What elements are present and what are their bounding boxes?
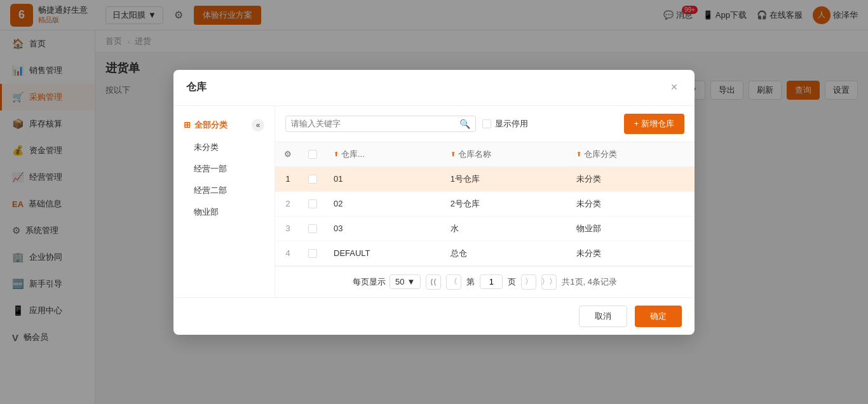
category-header-label: 全部分类	[194, 119, 227, 131]
cancel-button[interactable]: 取消	[579, 306, 627, 327]
th-checkbox	[301, 142, 326, 167]
row-name: 水	[443, 216, 569, 241]
table-header-row: ⚙ ⬆ 仓库...	[275, 142, 695, 167]
page-input[interactable]	[480, 274, 503, 289]
row-code: 02	[326, 191, 443, 216]
table-row[interactable]: 1 01 1号仓库 未分类	[275, 166, 695, 191]
category-item-dept2[interactable]: 经营二部	[173, 180, 275, 201]
show-disabled-label: 显示停用	[495, 118, 528, 130]
per-page-select[interactable]: 50 ▼	[390, 274, 421, 289]
next-page-button[interactable]: 〉	[521, 274, 536, 290]
page-label: 第	[466, 276, 475, 288]
collapse-button[interactable]: «	[252, 119, 264, 131]
row-name: 2号仓库	[443, 191, 569, 216]
row-category: 未分类	[569, 166, 695, 191]
modal-sidebar: ⊞ 全部分类 « 未分类 经营一部 经营二部 物业部	[173, 106, 275, 297]
th-category: ⬆ 仓库分类	[569, 142, 695, 167]
th-gear: ⚙	[275, 142, 301, 167]
table-row[interactable]: 2 02 2号仓库 未分类	[275, 191, 695, 216]
table-body: 1 01 1号仓库 未分类 2	[275, 166, 695, 266]
search-icon: 🔍	[459, 119, 470, 129]
prev-page-button[interactable]: 〈	[446, 274, 461, 290]
show-disabled-toggle[interactable]: 显示停用	[482, 118, 528, 130]
row-checkbox-box[interactable]	[308, 199, 317, 208]
row-code: 01	[326, 166, 443, 191]
last-page-button[interactable]: 〉〉	[541, 274, 557, 290]
per-page-label: 每页显示	[353, 276, 386, 288]
search-box: 🔍	[285, 116, 476, 132]
modal-header: 仓库 ×	[173, 70, 695, 106]
grid-icon: ⊞	[184, 120, 191, 130]
data-table: ⚙ ⬆ 仓库...	[275, 142, 695, 266]
per-page-chevron: ▼	[407, 277, 415, 286]
modal-main: 🔍 显示停用 + 新增仓库 ⚙	[275, 106, 695, 297]
confirm-button[interactable]: 确定	[635, 306, 682, 327]
warehouse-modal: 仓库 × ⊞ 全部分类 « 未分类 经营一部 经营二部 物业部	[173, 70, 695, 335]
first-page-button[interactable]: ⟨⟨	[426, 274, 441, 290]
close-button[interactable]: ×	[667, 80, 682, 95]
th-code: ⬆ 仓库...	[326, 142, 443, 167]
warehouse-table: ⚙ ⬆ 仓库...	[275, 142, 695, 266]
row-code: DEFAULT	[326, 241, 443, 266]
row-category: 未分类	[569, 241, 695, 266]
row-checkbox-box[interactable]	[308, 249, 317, 258]
total-info: 共1页, 4条记录	[562, 276, 617, 288]
row-name: 1号仓库	[443, 166, 569, 191]
page-size-area: 每页显示 50 ▼	[353, 274, 421, 289]
row-category: 物业部	[569, 216, 695, 241]
modal-toolbar: 🔍 显示停用 + 新增仓库	[275, 106, 695, 142]
th-name: ⬆ 仓库名称	[443, 142, 569, 167]
row-num: 4	[275, 241, 301, 266]
select-all-checkbox[interactable]	[308, 150, 317, 159]
modal-body: ⊞ 全部分类 « 未分类 经营一部 经营二部 物业部 🔍	[173, 106, 695, 297]
category-item-unclassified[interactable]: 未分类	[173, 137, 275, 158]
pagination: 每页显示 50 ▼ ⟨⟨ 〈 第 页 〉 〉〉 共1页, 4条记录	[275, 266, 695, 297]
category-item-dept1[interactable]: 经营一部	[173, 158, 275, 180]
category-header[interactable]: ⊞ 全部分类 «	[173, 114, 275, 137]
sort-icon-name: ⬆	[451, 151, 456, 158]
row-category: 未分类	[569, 191, 695, 216]
row-num: 1	[275, 166, 301, 191]
show-disabled-checkbox[interactable]	[482, 119, 491, 128]
modal-overlay[interactable]: 仓库 × ⊞ 全部分类 « 未分类 经营一部 经营二部 物业部	[0, 0, 868, 404]
modal-title: 仓库	[186, 81, 207, 94]
row-checkbox[interactable]	[301, 166, 326, 191]
category-item-property[interactable]: 物业部	[173, 201, 275, 223]
page-suffix: 页	[508, 276, 516, 288]
row-checkbox[interactable]	[301, 241, 326, 266]
per-page-value: 50	[395, 277, 404, 286]
row-checkbox-box[interactable]	[308, 224, 317, 233]
row-code: 03	[326, 216, 443, 241]
table-row[interactable]: 3 03 水 物业部	[275, 216, 695, 241]
row-num: 2	[275, 191, 301, 216]
row-checkbox[interactable]	[301, 191, 326, 216]
modal-footer: 取消 确定	[173, 297, 695, 335]
row-checkbox[interactable]	[301, 216, 326, 241]
search-input[interactable]	[291, 119, 456, 128]
row-name: 总仓	[443, 241, 569, 266]
row-checkbox-box[interactable]	[308, 175, 317, 184]
row-num: 3	[275, 216, 301, 241]
sort-icon-category: ⬆	[576, 151, 581, 158]
add-warehouse-button[interactable]: + 新增仓库	[624, 114, 684, 134]
table-row[interactable]: 4 DEFAULT 总仓 未分类	[275, 241, 695, 266]
sort-icon: ⬆	[334, 151, 339, 158]
